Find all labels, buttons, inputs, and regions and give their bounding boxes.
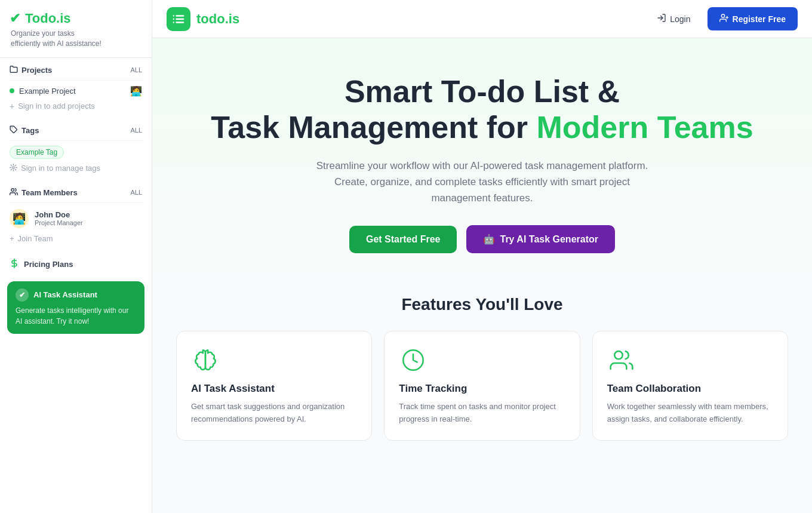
topnav-logo-text: todo.is bbox=[196, 11, 239, 27]
tag-manage-icon bbox=[10, 164, 17, 173]
svg-point-1 bbox=[13, 166, 14, 168]
features-grid: AI Task Assistant Get smart task suggest… bbox=[176, 331, 788, 441]
ai-generator-icon: 🤖 bbox=[483, 234, 495, 245]
team-all-link[interactable]: ALL bbox=[130, 189, 142, 196]
tag-icon bbox=[10, 125, 18, 136]
svg-point-11 bbox=[721, 14, 724, 17]
projects-label: Projects bbox=[21, 66, 52, 75]
projects-title: Projects bbox=[10, 65, 52, 75]
ai-generator-label: Try AI Task Generator bbox=[500, 234, 598, 245]
sign-in-manage-tags[interactable]: Sign in to manage tags bbox=[10, 161, 142, 176]
login-label: Login bbox=[670, 14, 690, 24]
project-item-left: Example Project bbox=[10, 87, 76, 96]
sidebar-title-text: Todo.is bbox=[25, 11, 71, 26]
get-started-button[interactable]: Get Started Free bbox=[349, 226, 457, 253]
member-avatar: 🧑‍💻 bbox=[10, 209, 29, 228]
ai-task-card[interactable]: ✔ AI Task Assistant Generate tasks intel… bbox=[7, 281, 144, 334]
check-icon: ✔ bbox=[10, 11, 20, 26]
feature-time-body: Track time spent on tasks and monitor pr… bbox=[399, 401, 565, 426]
hero-title-line2-prefix: Task Management for bbox=[211, 110, 536, 145]
login-button[interactable]: Login bbox=[647, 8, 700, 29]
feature-team-title: Team Collaboration bbox=[607, 383, 773, 395]
topnav-logo-suffix: .is bbox=[225, 11, 239, 26]
folder-icon bbox=[10, 65, 18, 75]
ai-card-body: Generate tasks intelligently with our AI… bbox=[16, 305, 136, 327]
project-dot bbox=[10, 88, 14, 93]
tags-label: Tags bbox=[21, 126, 39, 135]
hero-title: Smart To-do List & Task Management for M… bbox=[176, 74, 788, 146]
pricing-plans-label: Pricing Plans bbox=[24, 260, 73, 269]
login-icon bbox=[657, 13, 666, 24]
plus-icon: + bbox=[10, 102, 14, 111]
tags-header: Tags ALL bbox=[10, 125, 142, 136]
sidebar-tags-section: Tags ALL Example Tag Sign in to manage t… bbox=[0, 118, 152, 180]
register-icon bbox=[719, 13, 729, 24]
feature-ai-body: Get smart task suggestions and organizat… bbox=[191, 401, 357, 426]
project-example[interactable]: Example Project 🧑‍💻 bbox=[10, 83, 142, 99]
topnav-logo-icon bbox=[167, 7, 190, 31]
example-tag[interactable]: Example Tag bbox=[10, 146, 64, 159]
people-icon bbox=[607, 346, 636, 374]
member-role: Project Manager bbox=[35, 219, 83, 226]
hero-title-accent: Modern Teams bbox=[537, 110, 753, 145]
projects-all-link[interactable]: ALL bbox=[130, 66, 142, 73]
feature-card-ai: AI Task Assistant Get smart task suggest… bbox=[176, 331, 372, 441]
hero-buttons: Get Started Free 🤖 Try AI Task Generator bbox=[176, 225, 788, 253]
dollar-icon bbox=[10, 259, 19, 271]
sidebar-logo-subtitle: Organize your tasksefficiently with AI a… bbox=[10, 29, 142, 49]
team-label: Team Members bbox=[21, 188, 78, 197]
feature-time-title: Time Tracking bbox=[399, 383, 565, 395]
feature-card-team: Team Collaboration Work together seamles… bbox=[592, 331, 788, 441]
register-label: Register Free bbox=[733, 14, 786, 24]
ai-card-title: AI Task Assistant bbox=[33, 290, 97, 299]
brain-icon bbox=[191, 346, 220, 374]
hero-section: Smart To-do List & Task Management for M… bbox=[152, 38, 812, 277]
svg-point-15 bbox=[614, 351, 622, 359]
sidebar-logo: ✔ Todo.is Organize your tasksefficiently… bbox=[0, 0, 152, 58]
register-button[interactable]: Register Free bbox=[708, 7, 798, 30]
team-title: Team Members bbox=[10, 188, 78, 198]
join-team-button[interactable]: + Join Team bbox=[10, 232, 142, 248]
sidebar: ✔ Todo.is Organize your tasksefficiently… bbox=[0, 0, 152, 513]
project-emoji: 🧑‍💻 bbox=[130, 85, 142, 97]
sign-in-add-label: Sign in to add projects bbox=[18, 102, 95, 110]
join-plus-icon: + bbox=[10, 234, 14, 243]
join-team-label: Join Team bbox=[18, 234, 53, 243]
pricing-plans-item[interactable]: Pricing Plans bbox=[0, 253, 152, 277]
feature-ai-title: AI Task Assistant bbox=[191, 383, 357, 395]
ai-generator-button[interactable]: 🤖 Try AI Task Generator bbox=[466, 225, 615, 253]
tags-title: Tags bbox=[10, 125, 39, 136]
svg-point-2 bbox=[11, 188, 14, 191]
sidebar-team-section: Team Members ALL 🧑‍💻 John Doe Project Ma… bbox=[0, 180, 152, 253]
sign-in-add-projects[interactable]: + Sign in to add projects bbox=[10, 99, 142, 113]
topnav-actions: Login Register Free bbox=[647, 7, 798, 30]
ai-card-header: ✔ AI Task Assistant bbox=[16, 288, 136, 302]
projects-header: Projects ALL bbox=[10, 65, 142, 75]
team-header: Team Members ALL bbox=[10, 188, 142, 198]
tags-all-link[interactable]: ALL bbox=[130, 127, 142, 134]
team-member-john: 🧑‍💻 John Doe Project Manager bbox=[10, 205, 142, 232]
topnav: todo.is Login Register Free bbox=[152, 0, 812, 38]
sidebar-projects-section: Projects ALL Example Project 🧑‍💻 + Sign … bbox=[0, 58, 152, 118]
ai-check-icon: ✔ bbox=[16, 288, 29, 302]
main-content: todo.is Login Register Free Smart To-do … bbox=[152, 0, 812, 513]
member-info: John Doe Project Manager bbox=[35, 210, 83, 226]
sign-in-tags-label: Sign in to manage tags bbox=[21, 164, 100, 173]
features-section: Features You'll Love AI Task Assistant G… bbox=[152, 277, 812, 465]
feature-team-body: Work together seamlessly with team membe… bbox=[607, 401, 773, 426]
member-name: John Doe bbox=[35, 210, 83, 219]
topnav-logo-prefix: todo bbox=[196, 11, 225, 26]
team-icon bbox=[10, 188, 18, 198]
clock-icon bbox=[399, 346, 427, 374]
project-name: Example Project bbox=[19, 87, 76, 96]
hero-title-line1: Smart To-do List & bbox=[345, 74, 620, 109]
topnav-logo: todo.is bbox=[167, 7, 239, 31]
hero-subtitle: Streamline your workflow with our AI-pow… bbox=[309, 158, 656, 207]
feature-card-time: Time Tracking Track time spent on tasks … bbox=[384, 331, 580, 441]
features-title: Features You'll Love bbox=[176, 295, 788, 314]
sidebar-logo-title: ✔ Todo.is bbox=[10, 11, 142, 26]
